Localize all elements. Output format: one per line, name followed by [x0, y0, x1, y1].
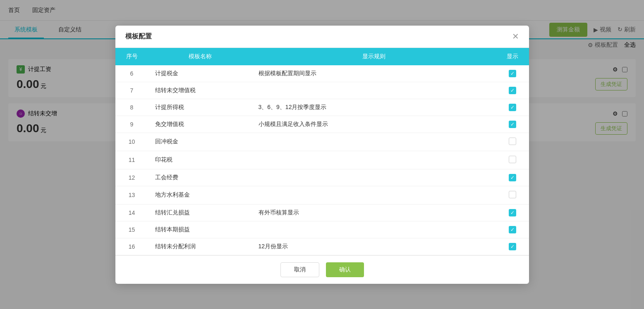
cell-rule-2: 3、6、9、12月按季度显示 [252, 99, 496, 116]
cell-name-3: 免交增值税 [148, 116, 252, 133]
cell-seq-10: 16 [115, 238, 148, 255]
table-row: 11印花税 [115, 151, 529, 169]
table-header: 序号 模板名称 显示规则 显示 [115, 48, 529, 65]
cell-seq-1: 7 [115, 82, 148, 99]
checkbox-3[interactable] [509, 121, 516, 128]
checkbox-5[interactable] [509, 156, 516, 163]
cell-name-8: 结转汇兑损益 [148, 204, 252, 221]
confirm-button[interactable]: 确认 [326, 262, 364, 277]
checkbox-7[interactable] [509, 191, 516, 198]
cell-seq-9: 15 [115, 221, 148, 238]
checkbox-0[interactable] [509, 70, 516, 77]
checkbox-9[interactable] [509, 226, 516, 233]
cell-rule-4 [252, 133, 496, 151]
col-header-name: 模板名称 [148, 48, 252, 65]
checkbox-6[interactable] [509, 174, 516, 181]
table-body: 6计提税金根据模板配置期间显示7结转未交增值税8计提所得税3、6、9、12月按季… [115, 65, 529, 255]
checkbox-10[interactable] [509, 243, 516, 250]
cell-name-6: 工会经费 [148, 169, 252, 186]
cell-seq-2: 8 [115, 99, 148, 116]
cell-seq-0: 6 [115, 65, 148, 82]
table-row: 8计提所得税3、6、9、12月按季度显示 [115, 99, 529, 116]
table-row: 15结转本期损益 [115, 221, 529, 238]
col-header-display: 显示 [496, 48, 529, 65]
cell-seq-8: 14 [115, 204, 148, 221]
modal-close-button[interactable]: ✕ [512, 32, 519, 40]
cell-name-2: 计提所得税 [148, 99, 252, 116]
cell-seq-4: 10 [115, 133, 148, 151]
modal-header: 模板配置 ✕ [115, 26, 529, 48]
cancel-button[interactable]: 取消 [280, 262, 319, 277]
checkbox-4[interactable] [509, 138, 516, 145]
cell-check-10 [496, 238, 529, 255]
cell-rule-1 [252, 82, 496, 99]
table-row: 9免交增值税小规模且满足收入条件显示 [115, 116, 529, 133]
checkbox-2[interactable] [509, 104, 516, 111]
cell-name-5: 印花税 [148, 151, 252, 169]
config-table: 序号 模板名称 显示规则 显示 6计提税金根据模板配置期间显示7结转未交增值税8… [115, 48, 529, 255]
modal-overlay: 模板配置 ✕ 序号 模板名称 显示规则 显示 6计提税金根据 [0, 0, 644, 309]
cell-check-8 [496, 204, 529, 221]
modal-body: 序号 模板名称 显示规则 显示 6计提税金根据模板配置期间显示7结转未交增值税8… [115, 48, 529, 255]
cell-check-3 [496, 116, 529, 133]
table-scroll-area[interactable]: 序号 模板名称 显示规则 显示 6计提税金根据模板配置期间显示7结转未交增值税8… [115, 48, 529, 255]
cell-rule-3: 小规模且满足收入条件显示 [252, 116, 496, 133]
cell-check-7 [496, 186, 529, 204]
col-header-seq: 序号 [115, 48, 148, 65]
cell-rule-8: 有外币核算显示 [252, 204, 496, 221]
cell-seq-6: 12 [115, 169, 148, 186]
table-row: 16结转未分配利润12月份显示 [115, 238, 529, 255]
cell-check-0 [496, 65, 529, 82]
checkbox-8[interactable] [509, 209, 516, 216]
table-row: 14结转汇兑损益有外币核算显示 [115, 204, 529, 221]
cell-rule-0: 根据模板配置期间显示 [252, 65, 496, 82]
table-row: 10回冲税金 [115, 133, 529, 151]
cell-name-7: 地方水利基金 [148, 186, 252, 204]
modal-title: 模板配置 [125, 32, 152, 41]
cell-rule-9 [252, 221, 496, 238]
cell-name-10: 结转未分配利润 [148, 238, 252, 255]
cell-rule-10: 12月份显示 [252, 238, 496, 255]
cell-check-2 [496, 99, 529, 116]
cell-name-4: 回冲税金 [148, 133, 252, 151]
table-row: 7结转未交增值税 [115, 82, 529, 99]
cell-check-1 [496, 82, 529, 99]
cell-check-9 [496, 221, 529, 238]
cell-seq-3: 9 [115, 116, 148, 133]
cell-check-6 [496, 169, 529, 186]
cell-name-0: 计提税金 [148, 65, 252, 82]
cell-seq-5: 11 [115, 151, 148, 169]
table-row: 6计提税金根据模板配置期间显示 [115, 65, 529, 82]
cell-name-1: 结转未交增值税 [148, 82, 252, 99]
cell-rule-6 [252, 169, 496, 186]
checkbox-1[interactable] [509, 87, 516, 94]
cell-check-4 [496, 133, 529, 151]
cell-name-9: 结转本期损益 [148, 221, 252, 238]
cell-rule-5 [252, 151, 496, 169]
col-header-rule: 显示规则 [252, 48, 496, 65]
modal-footer: 取消 确认 [115, 255, 529, 284]
cell-rule-7 [252, 186, 496, 204]
cell-seq-7: 13 [115, 186, 148, 204]
cell-check-5 [496, 151, 529, 169]
table-row: 12工会经费 [115, 169, 529, 186]
table-row: 13地方水利基金 [115, 186, 529, 204]
modal-template-config: 模板配置 ✕ 序号 模板名称 显示规则 显示 6计提税金根据 [115, 26, 529, 284]
